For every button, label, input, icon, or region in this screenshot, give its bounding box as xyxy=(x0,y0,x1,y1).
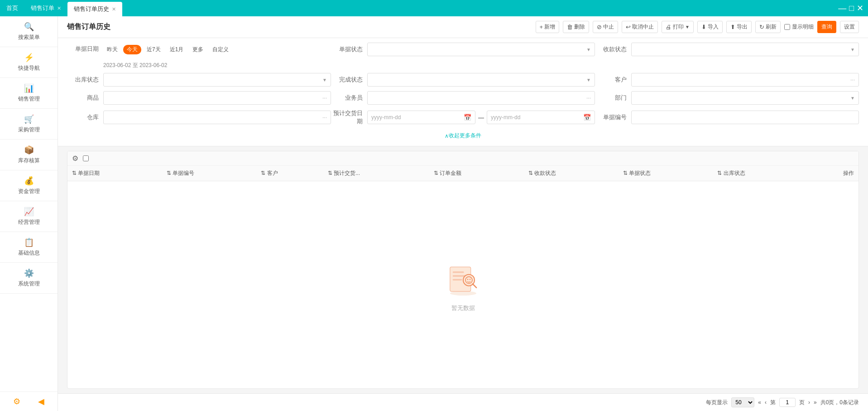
col-order-status-sort[interactable]: ⇅ xyxy=(623,170,628,176)
delivery-date-end-text: yyyy-mm-dd xyxy=(491,114,581,121)
delivery-date-start[interactable]: yyyy-mm-dd 📅 xyxy=(367,111,475,124)
delete-icon: 🗑 xyxy=(567,24,573,30)
sidebar-bottom: ⚙ ◀ xyxy=(0,392,58,411)
refresh-button[interactable]: ↻ 刷新 xyxy=(755,21,781,33)
date-tag-last7days[interactable]: 近7天 xyxy=(143,45,164,54)
salesperson-label: 业务员 xyxy=(331,94,367,102)
sidebar-item-system-mgmt[interactable]: ⚙️ 系统管理 xyxy=(0,263,58,294)
date-filter: 昨天 今天 近7天 近1月 更多 自定义 xyxy=(103,45,232,54)
col-expected-delivery-sort[interactable]: ⇅ xyxy=(328,170,332,176)
product-field[interactable]: ··· xyxy=(103,91,331,105)
sidebar: 🔍 搜索菜单 ⚡ 快捷导航 📊 销售管理 🛒 采购管理 📦 库存核算 💰 资金管… xyxy=(0,16,58,411)
col-order-status: ⇅ 单据状态 xyxy=(619,166,713,181)
sidebar-label-quick-nav: 快捷导航 xyxy=(18,64,40,72)
cancel-stop-button[interactable]: ↩ 取消中止 xyxy=(622,21,658,33)
table-settings-icon[interactable]: ⚙ xyxy=(72,154,78,163)
date-separator: — xyxy=(478,114,484,121)
empty-state: 暂无数据 xyxy=(67,181,858,388)
tab-home[interactable]: 首页 xyxy=(0,0,24,16)
prev-page-btn[interactable]: ‹ xyxy=(765,399,767,406)
filter-row-1: 单据日期 昨天 今天 近7天 近1月 更多 自定义 单据状态 xyxy=(67,43,859,56)
page-header: 销售订单历史 + 新增 🗑 删除 ⊘ 中止 ↩ xyxy=(58,16,868,38)
page-number-input[interactable] xyxy=(779,398,796,407)
sidebar-item-purchase-mgmt[interactable]: 🛒 采购管理 xyxy=(0,109,58,140)
refresh-icon: ↻ xyxy=(759,24,764,30)
sidebar-item-quick-nav[interactable]: ⚡ 快捷导航 xyxy=(0,47,58,78)
close-btn[interactable]: ✕ xyxy=(857,3,863,13)
sidebar-collapse-icon[interactable]: ◀ xyxy=(38,396,44,406)
empty-illustration xyxy=(441,258,486,299)
page-size-select[interactable]: 10 20 50 100 xyxy=(731,397,754,407)
page-label: 第 xyxy=(770,399,776,406)
calendar-start-icon: 📅 xyxy=(464,114,471,121)
sidebar-item-capital-mgmt[interactable]: 💰 资金管理 xyxy=(0,170,58,201)
page-size-label: 每页显示 xyxy=(706,399,728,406)
delivery-status-label: 出库状态 xyxy=(67,76,103,84)
first-page-btn[interactable]: « xyxy=(758,399,761,406)
delivery-status-select[interactable]: ▼ xyxy=(103,73,331,87)
warehouse-field[interactable]: ··· xyxy=(103,111,331,124)
delivery-date-end[interactable]: yyyy-mm-dd 📅 xyxy=(487,111,595,124)
export-button[interactable]: ⬆ 导出 xyxy=(726,21,752,33)
date-label: 单据日期 xyxy=(67,45,103,53)
tab-sales-order[interactable]: 销售订单 ✕ xyxy=(24,0,67,16)
import-button[interactable]: ⬇ 导入 xyxy=(697,21,723,33)
settings-button[interactable]: 设置 xyxy=(840,21,859,33)
salesperson-field[interactable]: ··· xyxy=(367,91,595,105)
col-order-amount-sort[interactable]: ⇅ xyxy=(434,170,438,176)
order-status-select[interactable]: ▼ xyxy=(367,43,595,56)
print-icon: 🖨 xyxy=(666,24,671,30)
main-layout: 🔍 搜索菜单 ⚡ 快捷导航 📊 销售管理 🛒 采购管理 📦 库存核算 💰 资金管… xyxy=(0,16,868,411)
stop-button[interactable]: ⊘ 中止 xyxy=(593,21,618,33)
sidebar-item-sales-mgmt[interactable]: 📊 销售管理 xyxy=(0,78,58,109)
tab-sales-order-history-close[interactable]: ✕ xyxy=(112,6,116,12)
col-number-sort[interactable]: ⇅ xyxy=(167,170,171,176)
customer-field[interactable]: ··· xyxy=(631,73,859,87)
next-page-btn[interactable]: › xyxy=(808,399,810,406)
payment-status-select[interactable]: ▼ xyxy=(631,43,859,56)
date-tag-yesterday[interactable]: 昨天 xyxy=(103,45,121,54)
page-title-row: 销售订单历史 + 新增 🗑 删除 ⊘ 中止 ↩ xyxy=(67,21,859,33)
date-tag-custom[interactable]: 自定义 xyxy=(209,45,232,54)
date-tag-last1month[interactable]: 近1月 xyxy=(166,45,187,54)
sidebar-item-search-menu[interactable]: 🔍 搜索菜单 xyxy=(0,16,58,47)
completion-status-select[interactable]: ▼ xyxy=(367,73,595,87)
sales-mgmt-icon: 📊 xyxy=(24,83,34,93)
sidebar-settings-icon[interactable]: ⚙ xyxy=(13,396,20,406)
select-all-checkbox[interactable] xyxy=(83,155,89,161)
department-label: 部门 xyxy=(595,94,631,102)
sidebar-item-operations[interactable]: 📈 经营管理 xyxy=(0,201,58,232)
delete-button[interactable]: 🗑 删除 xyxy=(563,21,589,33)
col-customer-sort[interactable]: ⇅ xyxy=(261,170,265,176)
sidebar-item-inventory[interactable]: 📦 库存核算 xyxy=(0,140,58,170)
col-delivery-status-sort[interactable]: ⇅ xyxy=(717,170,722,176)
minimize-btn[interactable]: — xyxy=(838,4,846,13)
sidebar-label-system-mgmt: 系统管理 xyxy=(18,280,40,288)
print-button[interactable]: 🖨 打印 ▼ xyxy=(662,21,694,33)
date-tag-today[interactable]: 今天 xyxy=(123,45,141,54)
collapse-row[interactable]: ∧ 收起更多条件 xyxy=(67,130,859,141)
customer-dots: ··· xyxy=(850,77,855,83)
department-select[interactable]: ▼ xyxy=(631,91,859,105)
query-button[interactable]: 查询 xyxy=(817,21,836,33)
product-label: 商品 xyxy=(67,94,103,102)
svg-point-9 xyxy=(469,279,470,280)
tab-sales-order-history[interactable]: 销售订单历史 ✕ xyxy=(67,2,122,16)
order-number-label: 单据编号 xyxy=(595,113,631,121)
toolbar: + 新增 🗑 删除 ⊘ 中止 ↩ 取消中止 xyxy=(536,21,859,33)
col-customer: ⇅ 客户 xyxy=(256,166,323,181)
display-toggle-checkbox[interactable] xyxy=(784,24,790,30)
inventory-icon: 📦 xyxy=(24,145,34,155)
last-page-btn[interactable]: » xyxy=(814,399,817,406)
collapse-icon: ∧ xyxy=(445,133,449,139)
col-payment-status-sort[interactable]: ⇅ xyxy=(528,170,533,176)
sidebar-item-basic-info[interactable]: 📋 基础信息 xyxy=(0,232,58,263)
payment-status-label: 收款状态 xyxy=(595,45,631,53)
table-toolbar: ⚙ xyxy=(67,151,858,166)
date-tag-more[interactable]: 更多 xyxy=(189,45,207,54)
tab-sales-order-close[interactable]: ✕ xyxy=(57,5,61,11)
new-button[interactable]: + 新增 xyxy=(536,21,560,33)
maximize-btn[interactable]: □ xyxy=(849,4,854,13)
order-number-field[interactable] xyxy=(631,111,859,124)
col-date-sort[interactable]: ⇅ xyxy=(72,170,77,176)
